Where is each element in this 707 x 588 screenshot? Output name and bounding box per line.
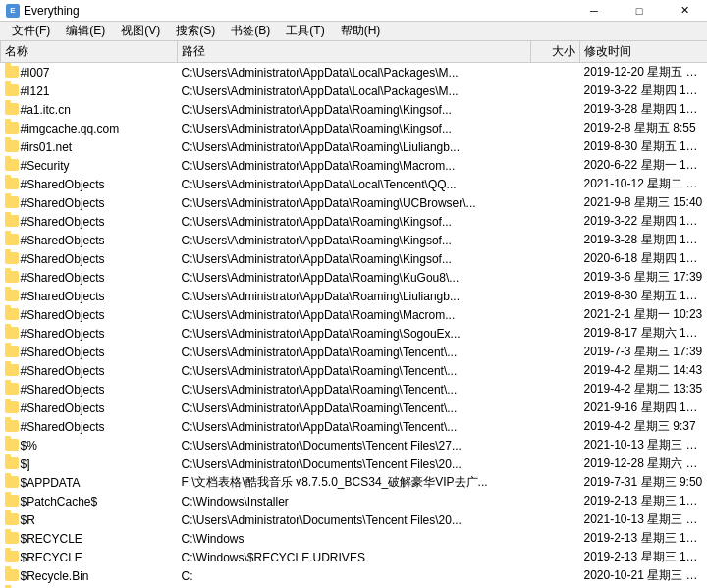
table-row[interactable]: #SharedObjectsC:\Users\Administrator\App… xyxy=(1,343,708,361)
results-table: 名称 路径 大小 修改时间 #I007C:\Users\Administrato… xyxy=(0,41,707,588)
cell-date: 2019-2-13 星期三 11:58 xyxy=(580,548,708,566)
maximize-button[interactable]: □ xyxy=(617,0,662,22)
file-name: $Recycle.Bin xyxy=(21,569,89,583)
table-row[interactable]: $APPDATAF:\文档表格\酷我音乐 v8.7.5.0_BCS34_破解豪华… xyxy=(1,473,708,492)
cell-size xyxy=(531,100,580,119)
table-header[interactable]: 名称 路径 大小 修改时间 xyxy=(1,41,708,63)
window-controls[interactable]: ─ □ ✕ xyxy=(571,0,707,22)
cell-path: C:\Users\Administrator\AppData\Roaming\K… xyxy=(178,212,531,231)
cell-path: F:\文档表格\酷我音乐 v8.7.5.0_BCS34_破解豪华VIP去广... xyxy=(178,473,531,492)
table-row[interactable]: #SharedObjectsC:\Users\Administrator\App… xyxy=(1,212,708,231)
menu-item[interactable]: 书签(B) xyxy=(223,21,278,41)
table-row[interactable]: $RECYCLEC:\Windows\$RECYCLE.UDRIVES2019-… xyxy=(1,548,708,566)
table-row[interactable]: $PatchCache$C:\Windows\Installer2019-2-1… xyxy=(1,492,708,510)
cell-size xyxy=(531,529,580,548)
file-name: #I007 xyxy=(21,66,50,80)
folder-icon xyxy=(5,364,19,376)
file-name: $RECYCLE xyxy=(21,532,82,546)
table-row[interactable]: #SharedObjectsC:\Users\Administrator\App… xyxy=(1,361,708,380)
table-row[interactable]: $Recycle.BinC:2020-10-21 星期三 10:01 xyxy=(1,566,708,585)
column-path[interactable]: 路径 xyxy=(178,41,531,63)
table-row[interactable]: #SharedObjectsC:\Users\Administrator\App… xyxy=(1,231,708,249)
cell-size xyxy=(531,63,580,82)
cell-size xyxy=(531,343,580,361)
table-row[interactable]: #SharedObjectsC:\Users\Administrator\App… xyxy=(1,417,708,436)
cell-path: C:\Users\Administrator\AppData\Roaming\T… xyxy=(178,380,531,399)
table-row[interactable]: #SharedObjectsC:\Users\Administrator\App… xyxy=(1,324,708,343)
file-name: $RECYCLE xyxy=(21,551,82,564)
file-name: #SharedObjects xyxy=(21,364,105,378)
menu-item[interactable]: 编辑(E) xyxy=(58,21,113,41)
cell-path: C:\Users\Administrator\AppData\Roaming\T… xyxy=(178,399,531,417)
column-size[interactable]: 大小 xyxy=(531,41,580,63)
menu-item[interactable]: 文件(F) xyxy=(4,21,58,41)
menu-bar: 文件(F)编辑(E)视图(V)搜索(S)书签(B)工具(T)帮助(H) xyxy=(0,22,707,41)
cell-size xyxy=(531,548,580,566)
folder-icon xyxy=(5,84,19,96)
table-row[interactable]: $RECYCLEC:\Windows2019-2-13 星期三 11:58 xyxy=(1,529,708,548)
cell-date: 2019-3-28 星期四 13:21 xyxy=(580,231,708,249)
table-row[interactable]: $%C:\Users\Administrator\Documents\Tence… xyxy=(1,436,708,454)
folder-icon xyxy=(5,140,19,152)
folder-icon xyxy=(5,383,19,395)
cell-name: #SharedObjects xyxy=(1,380,178,399)
cell-name: $PatchCache$ xyxy=(1,492,178,510)
table-row[interactable]: #SharedObjectsC:\Users\Administrator\App… xyxy=(1,175,708,193)
cell-path: C:\Users\Administrator\AppData\Roaming\K… xyxy=(178,249,531,268)
cell-path: C:\Users\Administrator\AppData\Roaming\M… xyxy=(178,305,531,324)
table-row[interactable]: #SharedObjectsC:\Users\Administrator\App… xyxy=(1,249,708,268)
minimize-button[interactable]: ─ xyxy=(571,0,617,22)
table-row[interactable]: $RC:\Users\Administrator\Documents\Tence… xyxy=(1,510,708,529)
table-row[interactable]: #I121C:\Users\Administrator\AppData\Loca… xyxy=(1,81,708,100)
table-row[interactable]: #SharedObjectsC:\Users\Administrator\App… xyxy=(1,399,708,417)
folder-icon xyxy=(5,234,19,245)
file-name: #I121 xyxy=(21,84,50,98)
table-row[interactable]: $]C:\Users\Administrator\Documents\Tence… xyxy=(1,454,708,473)
menu-item[interactable]: 帮助(H) xyxy=(333,21,389,41)
column-date[interactable]: 修改时间 xyxy=(580,41,708,63)
folder-icon xyxy=(5,178,19,189)
table-row[interactable]: #SharedObjectsC:\Users\Administrator\App… xyxy=(1,380,708,399)
table-row[interactable]: #I007C:\Users\Administrator\AppData\Loca… xyxy=(1,63,708,82)
cell-date: 2019-7-31 星期三 9:50 xyxy=(580,473,708,492)
close-button[interactable]: ✕ xyxy=(662,0,707,22)
cell-path: C:\Users\Administrator\AppData\Roaming\L… xyxy=(178,137,531,156)
menu-item[interactable]: 搜索(S) xyxy=(168,21,223,41)
cell-name: $Recycle.Bin xyxy=(1,566,178,585)
table-row[interactable]: #imgcache.qq.comC:\Users\Administrator\A… xyxy=(1,119,708,137)
cell-size xyxy=(531,305,580,324)
table-row[interactable]: #SecurityC:\Users\Administrator\AppData\… xyxy=(1,156,708,175)
cell-date: 2019-4-2 星期二 14:43 xyxy=(580,361,708,380)
table-row[interactable]: #SharedObjectsC:\Users\Administrator\App… xyxy=(1,305,708,324)
column-name[interactable]: 名称 xyxy=(1,41,178,63)
cell-name: #Security xyxy=(1,156,178,175)
cell-path: C:\Users\Administrator\AppData\Roaming\K… xyxy=(178,231,531,249)
folder-icon xyxy=(5,66,19,78)
cell-name: #SharedObjects xyxy=(1,287,178,305)
file-list[interactable]: 名称 路径 大小 修改时间 #I007C:\Users\Administrato… xyxy=(0,41,707,588)
table-row[interactable]: #SharedObjectsC:\Users\Administrator\App… xyxy=(1,268,708,287)
cell-date: 2019-2-13 星期三 11:54 xyxy=(580,492,708,510)
cell-name: #SharedObjects xyxy=(1,212,178,231)
menu-item[interactable]: 工具(T) xyxy=(278,21,332,41)
table-row[interactable]: #irs01.netC:\Users\Administrator\AppData… xyxy=(1,137,708,156)
cell-size xyxy=(531,436,580,454)
cell-path: C:\Users\Administrator\AppData\Roaming\T… xyxy=(178,417,531,436)
table-row[interactable]: #SharedObjectsC:\Users\Administrator\App… xyxy=(1,193,708,212)
table-row[interactable]: #SharedObjectsC:\Users\Administrator\App… xyxy=(1,287,708,305)
app-title: Everything xyxy=(24,4,80,18)
cell-size xyxy=(531,510,580,529)
cell-name: #SharedObjects xyxy=(1,417,178,436)
cell-path: C: xyxy=(178,566,531,585)
folder-icon xyxy=(5,290,19,301)
cell-name: #SharedObjects xyxy=(1,193,178,212)
folder-icon xyxy=(5,271,19,283)
table-row[interactable]: #a1.itc.cnC:\Users\Administrator\AppData… xyxy=(1,100,708,119)
cell-path: C:\Windows xyxy=(178,529,531,548)
file-name: #SharedObjects xyxy=(21,178,105,191)
cell-path: C:\Users\Administrator\AppData\Roaming\T… xyxy=(178,361,531,380)
cell-size xyxy=(531,417,580,436)
menu-item[interactable]: 视图(V) xyxy=(113,21,168,41)
cell-date: 2019-3-6 星期三 17:39 xyxy=(580,268,708,287)
cell-size xyxy=(531,473,580,492)
